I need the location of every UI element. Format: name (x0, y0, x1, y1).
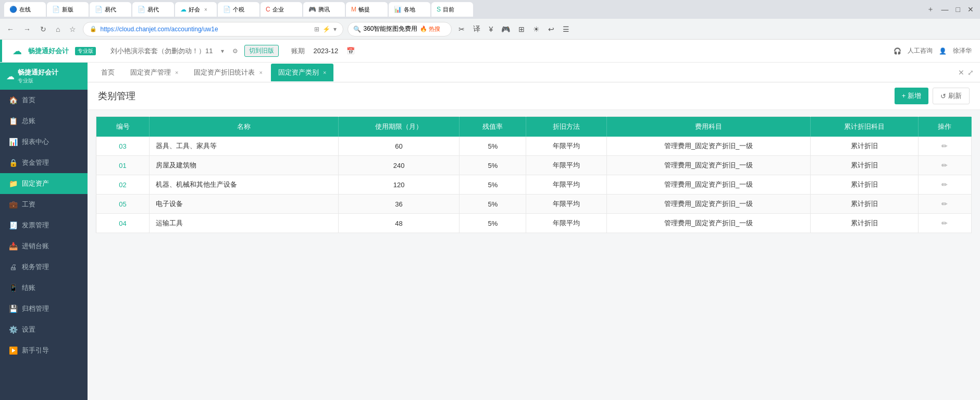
help-label[interactable]: 人工咨询 (908, 46, 933, 55)
cell-period: 120 (338, 175, 459, 195)
tab-close-depreciation[interactable]: × (259, 69, 262, 76)
sidebar-item-archive[interactable]: 💾 归档管理 (0, 298, 88, 319)
home-btn[interactable]: ⌂ (53, 24, 63, 34)
browser-tab-shumu[interactable]: S 目前 (431, 2, 473, 17)
sidebar-item-guide[interactable]: ▶️ 新手引导 (0, 340, 88, 361)
cell-name: 机器、机械和其他生产设备 (150, 175, 339, 195)
back-btn[interactable]: ← (4, 24, 17, 34)
wallet-icon[interactable]: ¥ (486, 24, 495, 34)
edit-icon[interactable]: ✏ (941, 200, 948, 208)
menu-icon[interactable]: ☰ (560, 24, 572, 34)
sidebar-label-guide: 新手引导 (22, 346, 49, 355)
sidebar-item-report[interactable]: 📊 报表中心 (0, 131, 88, 152)
sidebar-item-settings[interactable]: ⚙️ 设置 (0, 319, 88, 340)
edit-icon[interactable]: ✏ (941, 161, 948, 169)
sidebar-item-settle[interactable]: 📱 结账 (0, 277, 88, 298)
sidebar-item-tax[interactable]: 🖨 税务管理 (0, 257, 88, 277)
refresh-btn[interactable]: ↺ 刷新 (933, 88, 970, 104)
reload-btn[interactable]: ↻ (38, 24, 49, 34)
search-area[interactable]: 🔍 360智能抠图免费用 🔥 热搜 (348, 22, 452, 37)
home-icon: 🏠 (8, 96, 18, 104)
sidebar-item-fixed[interactable]: 📁 固定资产 (0, 173, 88, 194)
edit-icon[interactable]: ✏ (941, 180, 948, 189)
translate-icon[interactable]: 译 (470, 23, 483, 35)
scissors-icon[interactable]: ✂ (456, 24, 467, 34)
cell-code[interactable]: 03 (96, 137, 150, 156)
browser-tab-haosuan[interactable]: ☁ 好会 × (175, 2, 217, 17)
sidebar-item-home[interactable]: 🏠 首页 (0, 90, 88, 111)
category-table: 编号 名称 使用期限（月） 残值率 折旧方法 费用科目 累计折旧科目 操作 03… (96, 116, 972, 233)
sidebar-item-ledger[interactable]: 📋 总账 (0, 111, 88, 131)
sidebar-item-invoice[interactable]: 🧾 发票管理 (0, 215, 88, 236)
forward-btn[interactable]: → (21, 24, 33, 34)
cell-action[interactable]: ✏ (918, 195, 971, 214)
report-icon: 📊 (8, 138, 18, 146)
sidebar-label-archive: 归档管理 (22, 304, 49, 313)
cell-name: 房屋及建筑物 (150, 156, 339, 175)
calendar-icon[interactable]: 📅 (346, 47, 355, 55)
browser-tab-yidai2[interactable]: 📄 易代 (132, 2, 174, 17)
switch-old-btn[interactable]: 切到旧版 (244, 45, 279, 57)
page-tab-category[interactable]: 固定资产类别 × (271, 64, 333, 81)
minimize-btn[interactable]: — (939, 4, 951, 15)
bookmark-btn[interactable]: ☆ (67, 24, 79, 34)
cell-residual: 5% (460, 195, 526, 214)
edit-icon[interactable]: ✏ (941, 142, 948, 150)
close-btn[interactable]: ✕ (965, 4, 976, 15)
browser-tab-xin[interactable]: 📄 新版 (47, 2, 89, 17)
browser-tab-changtui[interactable]: M 畅提 (346, 2, 388, 17)
add-btn[interactable]: + 新增 (895, 88, 928, 104)
browser-tab-geshui[interactable]: 📄 个税 (218, 2, 259, 17)
browser-tab-yidai1[interactable]: 📄 易代 (90, 2, 131, 17)
cell-action[interactable]: ✏ (918, 214, 971, 233)
new-tab-btn[interactable]: ＋ (925, 4, 936, 15)
username-display: 徐泽华 (953, 46, 972, 55)
window-close-icon[interactable]: ✕ (958, 68, 964, 77)
expand-icon: ⊞ (314, 26, 319, 33)
window-maximize-icon[interactable]: ⤢ (967, 68, 974, 77)
cell-action[interactable]: ✏ (918, 137, 971, 156)
cell-action[interactable]: ✏ (918, 175, 971, 195)
settings-icon[interactable]: ⚙ (232, 47, 238, 55)
io-icon: 📥 (8, 242, 18, 250)
browser-tab-qiye[interactable]: C 企业 (260, 2, 302, 17)
chevron-down-icon[interactable]: ▾ (333, 26, 337, 33)
edit-icon[interactable]: ✏ (941, 219, 948, 227)
grid-icon[interactable]: ⊞ (516, 24, 527, 34)
dropdown-icon[interactable]: ▾ (221, 47, 224, 55)
sidebar-item-io[interactable]: 📥 进销台账 (0, 236, 88, 257)
sidebar-item-salary[interactable]: 💼 工资 (0, 194, 88, 215)
cell-code[interactable]: 04 (96, 214, 150, 233)
cell-code[interactable]: 02 (96, 175, 150, 195)
sidebar-label-tax: 税务管理 (22, 262, 49, 272)
lightning-icon: ⚡ (322, 26, 330, 33)
close-icon[interactable]: × (204, 7, 207, 13)
sidebar-label-settle: 结账 (22, 283, 35, 293)
page-tab-fixed-mgmt[interactable]: 固定资产管理 × (123, 64, 185, 81)
tab-label-depreciation: 固定资产折旧统计表 (194, 68, 255, 77)
cell-residual: 5% (460, 156, 526, 175)
edition-badge: 专业版 (75, 47, 96, 55)
cell-code[interactable]: 05 (96, 195, 150, 214)
browser-tab-tengxun[interactable]: 🎮 腾讯 (303, 2, 345, 17)
maximize-btn[interactable]: □ (954, 4, 962, 15)
sun-icon[interactable]: ☀ (530, 24, 542, 34)
tab-label-home: 首页 (101, 68, 115, 77)
address-bar[interactable]: 🔒 https://cloud.chanjet.com/accounting/u… (83, 22, 343, 37)
game-icon[interactable]: 🎮 (499, 24, 513, 34)
tax-icon: 🖨 (8, 263, 18, 271)
sidebar-item-fund[interactable]: 🔒 资金管理 (0, 152, 88, 173)
page-tab-home[interactable]: 首页 (94, 64, 122, 81)
cell-action[interactable]: ✏ (918, 156, 971, 175)
browser-tab-gedi[interactable]: 📊 各地 (389, 2, 430, 17)
browser-tab-zaixian[interactable]: 🔵 在线 (4, 2, 46, 17)
undo-icon[interactable]: ↩ (545, 24, 557, 34)
app-container: ☁ 畅捷通好会计 专业版 刘小艳演示套套（勿删勿动！）11 ▾ ⚙ 切到旧版 账… (0, 40, 980, 400)
ledger-icon: 📋 (8, 117, 18, 125)
tab-close-category[interactable]: × (323, 69, 326, 76)
page-tab-depreciation[interactable]: 固定资产折旧统计表 × (187, 64, 269, 81)
cell-expense: 管理费用_固定资产折旧_一级 (606, 156, 811, 175)
user-icon: 👤 (939, 47, 947, 55)
cell-code[interactable]: 01 (96, 156, 150, 175)
tab-close-fixed-mgmt[interactable]: × (175, 69, 178, 76)
